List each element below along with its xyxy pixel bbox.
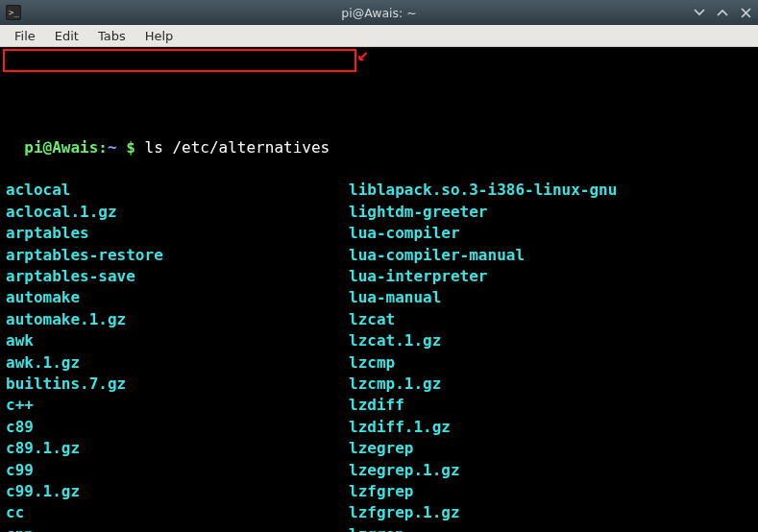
prompt-sigil: $: [117, 138, 145, 157]
file-entry: aclocal: [6, 180, 349, 201]
terminal-viewport[interactable]: ↙ pi@Awais:~ $ ls /etc/alternatives aclo…: [0, 47, 758, 532]
file-entry: lua-interpreter: [349, 266, 752, 287]
prompt-line: pi@Awais:~ $ ls /etc/alternatives: [24, 137, 330, 158]
prompt-user-host: pi@Awais: [24, 138, 98, 157]
window-controls: [693, 0, 752, 25]
menubar: File Edit Tabs Help: [0, 25, 758, 47]
file-entry: liblapack.so.3-i386-linux-gnu: [349, 180, 752, 201]
file-entry: arptables-restore: [6, 245, 349, 266]
minimize-icon[interactable]: [693, 6, 706, 19]
file-entry: c89: [6, 417, 349, 438]
maximize-icon[interactable]: [716, 6, 729, 19]
file-entry: lzcat.1.gz: [349, 330, 752, 351]
prompt-path: ~: [108, 138, 117, 157]
ls-column-2: liblapack.so.3-i386-linux-gnulightdm-gre…: [349, 180, 752, 532]
annotation-arrow-icon: ↙: [357, 47, 369, 63]
file-entry: cc: [6, 502, 349, 523]
file-entry: awk: [6, 330, 349, 351]
menu-edit[interactable]: Edit: [46, 27, 87, 45]
file-entry: c99.1.gz: [6, 481, 349, 502]
file-entry: lzcmp.1.gz: [349, 374, 752, 395]
ls-column-1: aclocalaclocal.1.gzarptablesarptables-re…: [6, 180, 349, 532]
terminal-app-icon: >_: [6, 5, 21, 20]
close-icon[interactable]: [739, 6, 752, 19]
file-entry: c89.1.gz: [6, 438, 349, 459]
file-entry: lzfgrep.1.gz: [349, 502, 752, 523]
menu-help[interactable]: Help: [136, 27, 183, 45]
file-entry: lzgrep: [349, 524, 752, 532]
menu-file[interactable]: File: [6, 27, 44, 45]
file-entry: arptables-save: [6, 266, 349, 287]
file-entry: lzdiff: [349, 395, 752, 416]
menu-tabs[interactable]: Tabs: [89, 27, 134, 45]
file-entry: cpp: [6, 524, 349, 532]
file-entry: lightdm-greeter: [349, 202, 752, 223]
file-entry: lzfgrep: [349, 481, 752, 502]
file-entry: lzegrep: [349, 438, 752, 459]
file-entry: awk.1.gz: [6, 352, 349, 374]
prompt-separator: :: [98, 138, 108, 157]
file-entry: aclocal.1.gz: [6, 202, 349, 223]
file-entry: lua-compiler-manual: [349, 245, 752, 266]
file-entry: lzdiff.1.gz: [349, 417, 752, 438]
annotation-highlight-box: [3, 49, 356, 72]
window-title: pi@Awais: ~: [341, 6, 416, 20]
file-entry: lzcat: [349, 309, 752, 330]
svg-text:>_: >_: [9, 8, 19, 17]
file-entry: arptables: [6, 223, 349, 244]
file-entry: lua-compiler: [349, 223, 752, 244]
prompt-command: ls /etc/alternatives: [145, 138, 330, 157]
file-entry: builtins.7.gz: [6, 374, 349, 395]
file-entry: automake.1.gz: [6, 309, 349, 330]
ls-output: aclocalaclocal.1.gzarptablesarptables-re…: [6, 180, 752, 532]
file-entry: c++: [6, 395, 349, 416]
window-titlebar: >_ pi@Awais: ~: [0, 0, 758, 25]
file-entry: c99: [6, 460, 349, 481]
file-entry: lua-manual: [349, 287, 752, 308]
file-entry: lzcmp: [349, 352, 752, 374]
file-entry: lzegrep.1.gz: [349, 460, 752, 481]
file-entry: automake: [6, 287, 349, 308]
